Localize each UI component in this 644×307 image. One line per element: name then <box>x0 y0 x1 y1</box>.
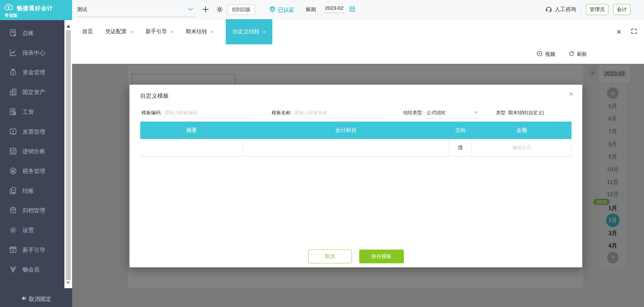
headset-icon <box>545 5 552 14</box>
top-bar: 测试 切到旧版 企 已认证 账期 2023-02 人工咨询 管理员 会计 <box>72 0 644 19</box>
sidebar-item-purchase-sales-ledger[interactable]: 进销台账 <box>0 143 64 159</box>
calendar-icon[interactable] <box>348 5 356 14</box>
transfer-type-label: 结转类型: <box>403 108 423 116</box>
member-v-icon <box>9 265 17 274</box>
sidebar-item-label: 工资 <box>22 108 34 116</box>
sidebar-item-invoice-management[interactable]: ¥ 发票管理 <box>0 124 64 140</box>
close-tabs-icon[interactable]: × <box>616 28 621 36</box>
summary-cell[interactable] <box>140 139 243 156</box>
refresh-label: 刷新 <box>577 51 587 57</box>
tab-period-end-transfer[interactable]: 期末结转 × <box>186 19 214 44</box>
sidebar-item-beginner-guide[interactable]: 新手引导 <box>0 242 64 258</box>
sidebar-item-settings[interactable]: 设置 <box>0 222 64 238</box>
tab-label: 新手引导 <box>146 28 167 35</box>
tab-custom-transfer[interactable]: 自定义结转 × <box>226 19 272 44</box>
sidebar-item-tax-management[interactable]: 税 税务管理 <box>0 163 64 179</box>
settings-gear-button[interactable] <box>216 5 224 15</box>
account-select[interactable]: 测试 <box>77 3 195 17</box>
period-value[interactable]: 2023-02 <box>324 5 345 13</box>
certified-label: 已认证 <box>278 7 294 14</box>
svg-text:¥: ¥ <box>14 33 15 37</box>
template-table: 摘要 会计科目 方向 金额 借 编辑公式 <box>140 122 572 157</box>
svg-text:税: 税 <box>11 169 15 173</box>
purchase-sales-ledger-icon <box>9 147 17 156</box>
tab-close-icon[interactable]: × <box>263 29 266 34</box>
sidebar-item-archive-management[interactable]: 归档管理 <box>0 202 64 218</box>
general-ledger-icon: ¥ <box>9 29 17 37</box>
custom-template-modal: 自定义模板 × 模板编码: 模板名称: 结转类型: 公式结转 类型: 期末结转(… <box>129 85 582 267</box>
video-label: 视频 <box>545 51 555 57</box>
sidebar-item-report-center[interactable]: 报表中心 <box>0 45 64 61</box>
column-header-amount: 金额 <box>472 122 572 139</box>
switch-old-version-button[interactable]: 切到旧版 <box>227 4 255 15</box>
sidebar: 畅捷通好会计 专业版 ¥ 总账 报表中心 ¥ 资金管理 固定资产 ¥ 工资 ¥ … <box>0 0 72 307</box>
tab-voucher-config[interactable]: 凭证配置 × <box>105 19 133 44</box>
refresh-button[interactable]: 刷新 <box>569 51 587 58</box>
tab-close-icon[interactable]: × <box>211 29 214 34</box>
sidebar-item-label: 结账 <box>22 187 34 195</box>
unpin-sidebar-button[interactable]: 取消固定 <box>0 294 72 304</box>
role-accountant-button[interactable]: 会计 <box>613 4 631 15</box>
tabbar-actions: × <box>610 19 644 44</box>
cancel-button[interactable]: 取消 <box>308 250 352 263</box>
payroll-icon: ¥ <box>9 107 17 116</box>
sidebar-item-label: 畅会员 <box>22 266 40 273</box>
archive-management-icon <box>9 206 17 215</box>
add-account-button[interactable] <box>202 5 210 15</box>
sidebar-item-label: 进销台账 <box>22 147 45 155</box>
table-header-row: 摘要 会计科目 方向 金额 <box>140 122 572 139</box>
modal-close-icon[interactable]: × <box>569 90 574 98</box>
tab-close-icon[interactable]: × <box>170 29 173 34</box>
template-type-text: 类型: 期末结转(自定义) <box>496 110 544 116</box>
app-window: 畅捷通好会计 专业版 ¥ 总账 报表中心 ¥ 资金管理 固定资产 ¥ 工资 ¥ … <box>0 0 644 307</box>
sidebar-item-payroll[interactable]: ¥ 工资 <box>0 104 64 120</box>
account-cell[interactable] <box>243 139 449 156</box>
tax-management-icon: 税 <box>9 167 17 175</box>
cloud-logo-icon <box>4 3 14 13</box>
scrollbar-thumb[interactable] <box>66 30 71 280</box>
unpin-label: 取消固定 <box>29 295 52 303</box>
tab-label: 期末结转 <box>186 28 207 35</box>
sidebar-item-closing[interactable]: ¥ 结账 <box>0 183 64 199</box>
brand-name: 畅捷通好会计 <box>17 4 53 12</box>
sidebar-item-label: 新手引导 <box>22 246 45 254</box>
settings-gear-icon <box>9 226 17 234</box>
save-template-button[interactable]: 保存模板 <box>359 250 404 263</box>
svg-text:企: 企 <box>271 8 274 11</box>
svg-text:¥: ¥ <box>13 189 14 191</box>
closing-icon: ¥ <box>9 186 17 195</box>
template-code-input[interactable] <box>163 108 253 118</box>
fixed-assets-icon <box>9 88 17 96</box>
sidebar-scrollbar[interactable] <box>64 20 72 288</box>
live-support-button[interactable]: 人工咨询 <box>545 5 576 14</box>
sidebar-item-fixed-assets[interactable]: 固定资产 <box>0 84 64 100</box>
sidebar-item-member[interactable]: 畅会员 <box>0 261 64 277</box>
chevron-down-icon <box>187 7 194 13</box>
sidebar-item-label: 发票管理 <box>22 128 45 136</box>
live-support-label: 人工咨询 <box>555 6 576 13</box>
sidebar-item-funds-management[interactable]: ¥ 资金管理 <box>0 64 64 80</box>
role-admin-button[interactable]: 管理员 <box>586 4 608 15</box>
template-code-label: 模板编码: <box>142 108 162 116</box>
template-name-input[interactable] <box>293 108 383 118</box>
transfer-type-select[interactable]: 公式结转 <box>425 108 479 119</box>
tab-home[interactable]: 首页 <box>82 19 93 44</box>
svg-text:¥: ¥ <box>14 112 15 115</box>
brand-edition: 专业版 <box>4 12 17 18</box>
fullscreen-icon[interactable] <box>631 28 637 36</box>
scroll-down-icon[interactable] <box>66 281 70 284</box>
tab-label: 首页 <box>82 28 93 35</box>
scroll-up-icon[interactable] <box>66 25 70 28</box>
direction-cell[interactable]: 借 <box>449 139 472 156</box>
sidebar-item-general-ledger[interactable]: ¥ 总账 <box>0 25 64 41</box>
tab-bar: 首页 凭证配置 × 新手引导 × 期末结转 × 自定义结转 × × <box>72 19 644 44</box>
sidebar-item-label: 设置 <box>22 226 34 234</box>
transfer-type-value: 公式结转 <box>427 110 445 115</box>
period-label: 账期 <box>306 6 316 13</box>
amount-formula-cell[interactable]: 编辑公式 <box>472 139 572 156</box>
tab-close-icon[interactable]: × <box>130 29 133 34</box>
tab-beginner-guide[interactable]: 新手引导 × <box>146 19 173 44</box>
video-help-button[interactable]: 视频 <box>536 50 555 58</box>
refresh-icon <box>569 51 575 58</box>
tab-label: 自定义结转 <box>232 28 259 35</box>
